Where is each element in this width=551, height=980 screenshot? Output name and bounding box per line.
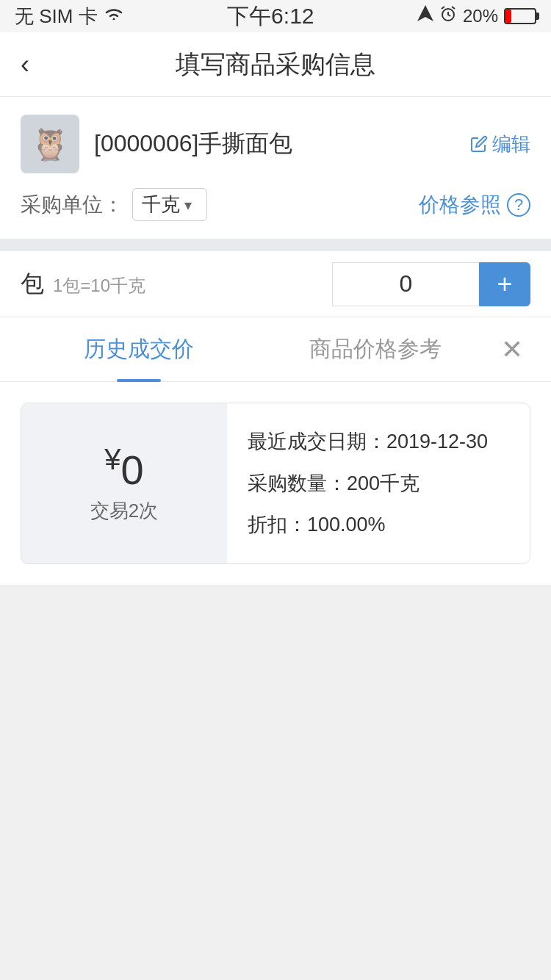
edit-label: 编辑 bbox=[492, 131, 530, 157]
unit-select-dropdown[interactable]: 千克 ▾ bbox=[132, 188, 207, 221]
close-panel-button[interactable]: ✕ bbox=[494, 329, 530, 370]
txn-recent-date: 最近成交日期：2019-12-30 bbox=[248, 427, 509, 457]
time-label: 下午6:12 bbox=[227, 1, 314, 32]
txn-qty-value: 200千克 bbox=[347, 472, 419, 494]
alarm-icon bbox=[439, 5, 457, 27]
transaction-price: ¥0 bbox=[104, 443, 143, 492]
product-name: [0000006]手撕面包 bbox=[94, 128, 292, 160]
product-card: 🦉 [0000006]手撕面包 编辑 采购单位： 千克 ▾ 价格参照 ? bbox=[0, 97, 551, 239]
page-header: ‹ 填写商品采购信息 bbox=[0, 32, 551, 97]
product-bottom-row: 采购单位： 千克 ▾ 价格参照 ? bbox=[21, 188, 530, 221]
price-reference-button[interactable]: 价格参照 ? bbox=[419, 191, 530, 219]
carrier-label: 无 SIM 卡 bbox=[15, 4, 98, 29]
unit-label: 采购单位： bbox=[21, 191, 123, 219]
quantity-input[interactable]: 0 bbox=[332, 262, 479, 306]
transaction-card: ¥0 交易2次 最近成交日期：2019-12-30 采购数量：200千克 折扣：… bbox=[21, 403, 530, 564]
quantity-row: 包 1包=10千克 0 + bbox=[0, 251, 551, 317]
tab-product-price-ref[interactable]: 商品价格参考 bbox=[257, 317, 494, 382]
unit-row: 采购单位： 千克 ▾ bbox=[21, 188, 207, 221]
page-background bbox=[0, 585, 551, 981]
transaction-count: 交易2次 bbox=[90, 498, 158, 524]
txn-discount: 折扣：100.00% bbox=[248, 510, 509, 540]
product-icon: 🦉 bbox=[31, 126, 69, 162]
battery-percent: 20% bbox=[463, 6, 498, 26]
product-info: 🦉 [0000006]手撕面包 bbox=[21, 115, 292, 173]
dropdown-arrow-icon: ▾ bbox=[184, 196, 192, 214]
edit-button[interactable]: 编辑 bbox=[470, 131, 530, 157]
status-left: 无 SIM 卡 bbox=[15, 4, 124, 29]
quantity-value: 0 bbox=[400, 270, 413, 298]
tabs-row: 历史成交价 商品价格参考 ✕ bbox=[0, 317, 551, 382]
price-ref-label: 价格参照 bbox=[419, 191, 501, 219]
qty-unit-note: 1包=10千克 bbox=[53, 274, 145, 298]
battery-icon bbox=[504, 8, 536, 24]
qty-unit-label: 包 bbox=[21, 268, 44, 300]
help-icon: ? bbox=[507, 193, 530, 217]
txn-discount-value: 100.00% bbox=[307, 514, 386, 536]
wifi-icon bbox=[104, 5, 124, 28]
yuan-symbol: ¥ bbox=[104, 443, 120, 475]
txn-qty: 采购数量：200千克 bbox=[248, 469, 509, 499]
txn-card-right: 最近成交日期：2019-12-30 采购数量：200千克 折扣：100.00% bbox=[227, 403, 530, 563]
status-bar: 无 SIM 卡 下午6:12 20% bbox=[0, 0, 551, 32]
bottom-panel: 历史成交价 商品价格参考 ✕ ¥0 交易2次 最近成交日期：2019-12-30… bbox=[0, 317, 551, 585]
txn-card-left: ¥0 交易2次 bbox=[21, 403, 227, 563]
unit-value: 千克 bbox=[142, 192, 180, 217]
qty-label-area: 包 1包=10千克 bbox=[21, 268, 145, 300]
recent-date-label: 最近成交日期： bbox=[248, 430, 386, 453]
tab-history-price[interactable]: 历史成交价 bbox=[21, 317, 257, 382]
recent-date-value: 2019-12-30 bbox=[386, 430, 488, 453]
section-divider bbox=[0, 239, 551, 251]
back-button[interactable]: ‹ bbox=[21, 42, 37, 87]
transaction-card-container: ¥0 交易2次 最近成交日期：2019-12-30 采购数量：200千克 折扣：… bbox=[0, 382, 551, 585]
qty-control: 0 + bbox=[332, 262, 530, 306]
quantity-plus-button[interactable]: + bbox=[479, 262, 530, 306]
svg-marker-0 bbox=[417, 5, 433, 21]
edit-icon bbox=[470, 135, 488, 153]
price-value: 0 bbox=[121, 446, 144, 492]
product-thumbnail: 🦉 bbox=[21, 115, 79, 173]
txn-qty-label: 采购数量： bbox=[248, 472, 347, 494]
tab-history-label: 历史成交价 bbox=[84, 334, 194, 364]
tab-product-label: 商品价格参考 bbox=[309, 334, 442, 364]
page-title: 填写商品采购信息 bbox=[176, 48, 375, 82]
product-top-row: 🦉 [0000006]手撕面包 编辑 bbox=[21, 115, 530, 173]
txn-discount-label: 折扣： bbox=[248, 514, 307, 536]
status-right: 20% bbox=[417, 5, 536, 27]
gps-icon bbox=[417, 5, 433, 27]
